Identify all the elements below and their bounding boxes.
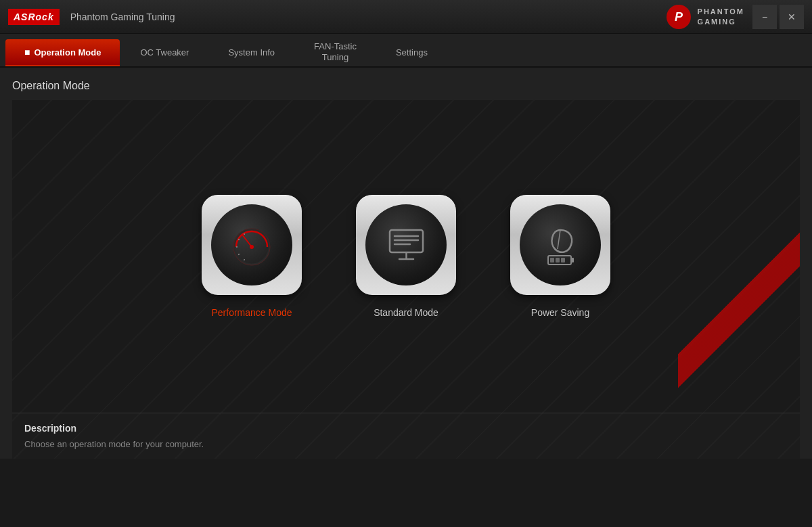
svg-point-9 xyxy=(250,245,254,249)
svg-line-3 xyxy=(244,259,245,260)
svg-line-17 xyxy=(558,230,560,249)
performance-mode-icon-wrapper xyxy=(202,195,302,295)
speedometer-icon xyxy=(228,221,275,269)
phantom-gaming-text: PHANTOMGAMING xyxy=(698,7,744,26)
main-content: Operation Mode xyxy=(0,68,812,459)
phantom-gaming-icon: P xyxy=(665,3,692,30)
power-saving-icon xyxy=(539,223,583,267)
tab-settings[interactable]: Settings xyxy=(377,39,447,66)
tab-bar: ■ Operation Mode OC Tweaker System Info … xyxy=(0,34,812,68)
power-saving-label: Power Saving xyxy=(531,307,589,318)
app-title: Phantom Gaming Tuning xyxy=(70,12,665,22)
performance-mode-card[interactable]: Performance Mode xyxy=(202,195,302,318)
svg-line-7 xyxy=(244,233,245,235)
description-title: Description xyxy=(24,423,788,434)
standard-mode-label: Standard Mode xyxy=(374,307,438,318)
description-text: Choose an operation mode for your comput… xyxy=(24,439,788,449)
tab-system-info[interactable]: System Info xyxy=(209,39,294,66)
tab-oc-tweaker[interactable]: OC Tweaker xyxy=(121,39,208,66)
svg-text:P: P xyxy=(675,10,683,24)
tab-operation-mode[interactable]: ■ Operation Mode xyxy=(5,39,120,66)
window-controls: − ✕ xyxy=(752,5,804,29)
section-title: Operation Mode xyxy=(12,80,800,92)
power-saving-icon-wrapper xyxy=(510,195,610,295)
svg-rect-20 xyxy=(550,258,554,262)
monitor-icon xyxy=(384,223,428,267)
standard-mode-card[interactable]: Standard Mode xyxy=(356,195,456,318)
tab-fan-tastic[interactable]: FAN-TasticTuning xyxy=(295,39,376,66)
standard-mode-icon-inner xyxy=(365,204,447,285)
svg-rect-22 xyxy=(561,258,565,262)
svg-rect-19 xyxy=(571,258,574,262)
svg-line-8 xyxy=(242,235,252,247)
tab-operation-mode-icon: ■ xyxy=(24,47,30,58)
svg-line-4 xyxy=(238,254,240,255)
power-saving-card[interactable]: Power Saving xyxy=(510,195,610,318)
title-bar: ASRock Phantom Gaming Tuning P PHANTOMGA… xyxy=(0,0,812,34)
standard-mode-icon-wrapper xyxy=(356,195,456,295)
close-button[interactable]: ✕ xyxy=(780,5,804,29)
minimize-button[interactable]: − xyxy=(752,5,777,29)
operation-panel: Performance Mode xyxy=(12,100,800,459)
description-panel: Description Choose an operation mode for… xyxy=(12,413,800,459)
power-saving-icon-inner xyxy=(520,204,601,285)
svg-rect-11 xyxy=(390,230,423,252)
svg-line-6 xyxy=(238,239,240,240)
performance-mode-label: Performance Mode xyxy=(211,307,292,318)
phantom-gaming-logo: P PHANTOMGAMING xyxy=(665,3,744,30)
performance-mode-icon-inner xyxy=(211,204,292,285)
svg-rect-21 xyxy=(556,258,560,262)
modes-container: Performance Mode xyxy=(12,100,800,413)
asrock-logo: ASRock xyxy=(8,9,60,25)
